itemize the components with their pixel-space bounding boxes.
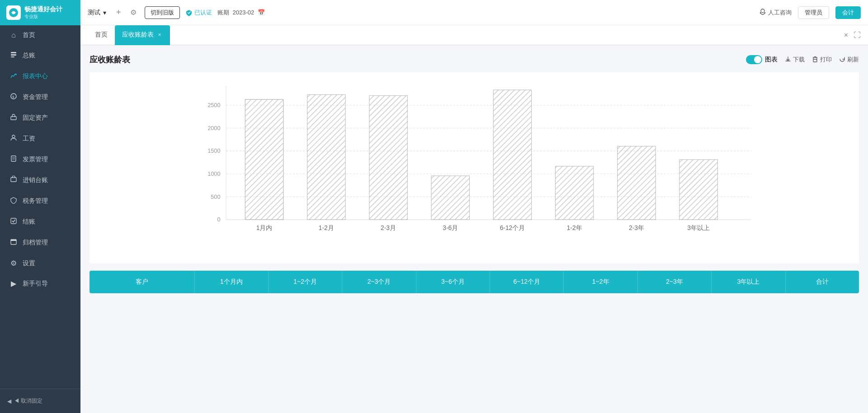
sidebar-item-home[interactable]: ⌂ 首页 — [0, 25, 80, 45]
tabs-bar: 首页 应收账龄表 × × ⛶ — [80, 25, 868, 45]
svg-rect-15 — [760, 12, 761, 14]
certified-label: 已认证 — [194, 9, 212, 17]
svg-text:1-2月: 1-2月 — [319, 225, 334, 231]
svg-point-7 — [12, 135, 15, 138]
window-expand-icon[interactable]: ⛶ — [854, 31, 861, 39]
sidebar-item-archive[interactable]: 归档管理 — [0, 232, 80, 253]
sidebar-label-home: 首页 — [23, 31, 35, 39]
payroll-icon — [9, 134, 18, 143]
bar-3-6月 — [431, 176, 469, 220]
print-icon — [812, 56, 818, 64]
svg-text:$: $ — [12, 95, 14, 99]
topbar-right: 人工咨询 管理员 会计 — [759, 6, 861, 19]
chart-toggle-label: 图表 — [765, 56, 778, 64]
sidebar-item-tax[interactable]: 税务管理 — [0, 191, 80, 211]
topbar-actions: + ⚙ — [113, 7, 139, 18]
tab-close-btn[interactable]: × — [156, 32, 163, 38]
tab-home[interactable]: 首页 — [88, 25, 115, 45]
gear-btn[interactable]: ⚙ — [127, 7, 139, 18]
svg-text:2-3月: 2-3月 — [381, 225, 396, 231]
svg-rect-1 — [11, 52, 16, 53]
tab-ar-aging-label: 应收账龄表 — [122, 31, 154, 39]
home-icon: ⌂ — [9, 31, 18, 39]
col-header-1-2year: 1~2年 — [564, 271, 637, 293]
sidebar-label-archive: 归档管理 — [23, 239, 48, 247]
sidebar-label-ledger: 总账 — [23, 52, 35, 60]
page-title-bar: 应收账龄表 图表 下载 — [90, 54, 859, 65]
sidebar-label-tax: 税务管理 — [23, 197, 48, 205]
project-selector[interactable]: 测试 ▾ — [88, 9, 106, 17]
cancel-fixed-btn[interactable]: ◀ ◀ 取消固定 — [0, 394, 80, 408]
sidebar-item-payroll[interactable]: 工资 — [0, 128, 80, 149]
svg-rect-8 — [11, 156, 16, 161]
col-header-customer: 客户 — [90, 271, 195, 293]
app-edition: 专业版 — [24, 14, 62, 20]
tab-ar-aging[interactable]: 应收账龄表 × — [115, 25, 170, 45]
sidebar-item-trade[interactable]: 进销台账 — [0, 170, 80, 191]
sidebar-label-settings: 设置 — [23, 259, 35, 268]
refresh-btn[interactable]: 刷新 — [839, 56, 859, 64]
main-area: 测试 ▾ + ⚙ 切到旧版 已认证 账期 2023-02 📅 — [80, 0, 868, 413]
shield-icon — [185, 9, 193, 16]
svg-text:1500: 1500 — [208, 148, 220, 154]
svg-text:1月内: 1月内 — [256, 225, 273, 231]
svg-rect-2 — [11, 54, 16, 56]
svg-text:500: 500 — [211, 194, 220, 200]
svg-rect-11 — [11, 178, 16, 182]
col-header-6-12month: 6~12个月 — [490, 271, 564, 293]
svg-text:0: 0 — [217, 216, 220, 223]
switch-old-version-btn[interactable]: 切到旧版 — [145, 6, 180, 19]
print-btn[interactable]: 打印 — [812, 56, 832, 64]
sidebar-bottom: ◀ ◀ 取消固定 — [0, 389, 80, 413]
settings-icon: ⚙ — [9, 259, 18, 268]
invoice-icon — [9, 155, 18, 164]
sidebar-item-funds[interactable]: $ 资金管理 — [0, 87, 80, 108]
window-close-icon[interactable]: × — [844, 31, 848, 39]
table-header: 客户 1个月内 1~2个月 2~3个月 3~6个月 6~12个月 1~2年 2~… — [90, 271, 859, 293]
sidebar-item-settings[interactable]: ⚙ 设置 — [0, 253, 80, 273]
sidebar-item-assets[interactable]: 固定资产 — [0, 108, 80, 128]
svg-rect-3 — [11, 56, 14, 57]
svg-text:3-6月: 3-6月 — [443, 225, 458, 231]
svg-text:3年以上: 3年以上 — [687, 225, 710, 231]
page-content: 应收账龄表 图表 下载 — [80, 45, 868, 413]
ledger-icon — [9, 51, 18, 60]
bar-2-3年 — [618, 146, 656, 220]
calendar-icon[interactable]: 📅 — [258, 9, 265, 16]
cancel-fixed-label: ◀ 取消固定 — [14, 397, 42, 405]
app-title: 畅捷通好会计 — [24, 5, 62, 14]
manager-btn[interactable]: 管理员 — [798, 6, 829, 19]
bar-1月内 — [245, 99, 283, 220]
download-icon — [785, 56, 791, 64]
download-btn[interactable]: 下载 — [785, 56, 805, 64]
toggle-track[interactable] — [746, 55, 762, 64]
page-title: 应收账龄表 — [90, 54, 130, 65]
svg-text:2000: 2000 — [208, 125, 220, 131]
svg-text:1000: 1000 — [208, 171, 220, 177]
col-header-1month: 1个月内 — [195, 271, 269, 293]
svg-point-19 — [816, 60, 817, 61]
sidebar-item-closing[interactable]: 结账 — [0, 211, 80, 232]
sidebar-label-closing: 结账 — [23, 218, 35, 226]
sidebar-item-reports[interactable]: 报表中心 — [0, 66, 80, 87]
svg-rect-12 — [11, 218, 16, 224]
chart-toggle[interactable]: 图表 — [746, 55, 778, 64]
svg-rect-6 — [11, 117, 16, 120]
sidebar-item-invoice[interactable]: 发票管理 — [0, 149, 80, 170]
ar-aging-table: 客户 1个月内 1~2个月 2~3个月 3~6个月 6~12个月 1~2年 2~… — [90, 271, 859, 293]
archive-icon — [9, 238, 18, 247]
support-label: 人工咨询 — [768, 9, 792, 17]
col-header-1-2month: 1~2个月 — [269, 271, 342, 293]
page-actions: 图表 下载 — [746, 55, 859, 64]
col-header-3plus: 3年以上 — [712, 271, 785, 293]
bar-1-2月 — [307, 95, 345, 220]
sidebar-item-ledger[interactable]: 总账 — [0, 45, 80, 66]
add-btn[interactable]: + — [113, 7, 124, 18]
reports-icon — [9, 72, 18, 81]
sidebar-item-guide[interactable]: ▶ 新手引导 — [0, 273, 80, 294]
support-btn[interactable]: 人工咨询 — [759, 8, 792, 17]
closing-icon — [9, 217, 18, 226]
accountant-btn[interactable]: 会计 — [835, 6, 861, 19]
tab-home-label: 首页 — [95, 31, 108, 39]
dropdown-icon: ▾ — [103, 9, 106, 16]
